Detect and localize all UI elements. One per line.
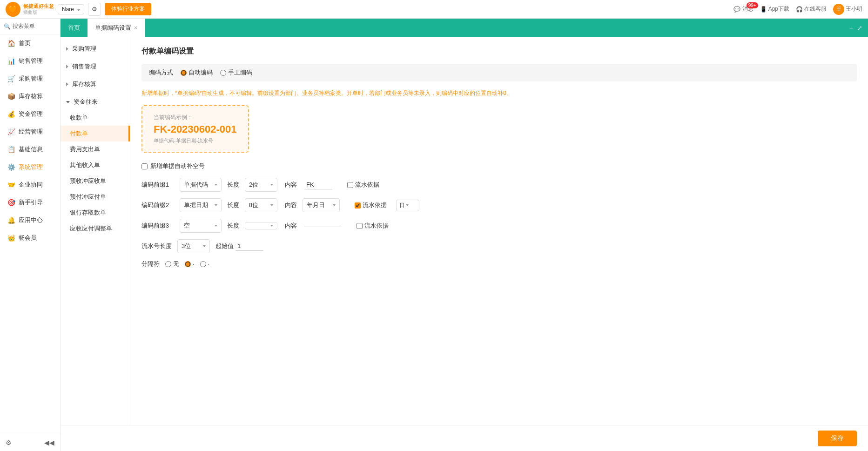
- sub-item-adjustment[interactable]: 应收应付调整单: [61, 221, 130, 236]
- auto-encoding-radio[interactable]: [181, 70, 187, 76]
- prefix2-content-icon: [333, 204, 336, 206]
- user-menu[interactable]: 王 王小明: [833, 4, 862, 15]
- inner-area: 采购管理 销售管理 库存核算: [61, 37, 868, 425]
- sidebar-item-purchase[interactable]: 🛒 采购管理: [0, 70, 60, 88]
- hint-text: 新增单据时，*单据编码*自动生成，不可编辑。前缀设置为部门、业务员等档案类。开单…: [141, 89, 857, 98]
- prefix1-length-select[interactable]: 2位: [245, 178, 277, 192]
- sub-group-funds-title[interactable]: 资金往来: [61, 94, 130, 110]
- prefix2-serial-checkbox[interactable]: [355, 202, 361, 209]
- sep-dot-radio[interactable]: [185, 261, 191, 267]
- sep-none-option[interactable]: 无: [165, 260, 179, 268]
- preview-box: 当前编码示例： FK-20230602-001 单据代码-单据日期-流水号: [141, 105, 249, 153]
- sidebar-item-guide[interactable]: 🎯 新手引导: [0, 194, 60, 211]
- save-button[interactable]: 保存: [818, 431, 857, 446]
- logo-text: 畅捷通好生意 插曲版: [23, 3, 54, 15]
- sidebar-item-inventory[interactable]: 📦 库存核算: [0, 88, 60, 105]
- minimize-icon[interactable]: −: [849, 24, 853, 32]
- sidebar-item-business[interactable]: 📈 经营管理: [0, 123, 60, 141]
- sidebar-item-basic-info[interactable]: 📋 基础信息: [0, 141, 60, 158]
- search-menu-button[interactable]: 🔍 搜索菜单: [0, 19, 60, 34]
- auto-fill-checkbox[interactable]: [141, 163, 148, 169]
- auto-encoding-option[interactable]: 自动编码: [181, 68, 213, 77]
- sidebar-item-system[interactable]: ⚙️ 系统管理: [0, 158, 60, 176]
- sub-group-purchase-title[interactable]: 采购管理: [61, 41, 130, 57]
- app-center-icon: 🔔: [7, 216, 15, 224]
- prefix2-day-select[interactable]: 日: [396, 200, 419, 211]
- sidebar-item-vip[interactable]: 👑 畅会员: [0, 229, 60, 247]
- prefix1-serial-checkbox-row: 流水依据: [347, 181, 379, 189]
- prefix1-serial-checkbox[interactable]: [347, 182, 353, 188]
- prefix3-dropdown-icon: [215, 225, 217, 227]
- sub-group-inventory-title[interactable]: 库存核算: [61, 76, 130, 92]
- prefix2-length-label: 长度: [227, 201, 239, 209]
- sidebar-item-app-center[interactable]: 🔔 应用中心: [0, 211, 60, 229]
- serial-length-icon: [203, 245, 206, 247]
- sub-group-inventory: 库存核算: [61, 76, 130, 92]
- tab-home[interactable]: 首页: [61, 19, 87, 37]
- sep-dot2-radio[interactable]: [200, 261, 206, 267]
- message-icon: 💬: [733, 6, 740, 13]
- main-layout: 🔍 搜索菜单 🏠 首页 📊 销售管理 🛒 采购管理 📦 库存核算 💰 资金管理 …: [0, 19, 868, 451]
- sales-icon: 📊: [7, 57, 15, 65]
- sidebar-item-home[interactable]: 🏠 首页: [0, 34, 60, 52]
- maximize-icon[interactable]: ⤢: [857, 24, 862, 32]
- preview-desc: 单据代码-单据日期-流水号: [154, 137, 237, 144]
- prefix2-length-select[interactable]: 8位: [245, 198, 277, 212]
- prefix2-content-select[interactable]: 年月日: [303, 198, 340, 212]
- sidebar-gear-icon[interactable]: ⚙: [6, 439, 12, 446]
- settings-icon[interactable]: ⚙: [88, 3, 101, 16]
- sidebar-item-cooperation[interactable]: 🤝 企业协同: [0, 176, 60, 194]
- avatar: 王: [833, 4, 844, 15]
- sub-group-sales: 销售管理: [61, 59, 130, 74]
- sub-item-expense[interactable]: 费用支出单: [61, 141, 130, 157]
- company-dropdown[interactable]: Nare: [58, 4, 84, 14]
- logo-icon: 🧡: [6, 2, 20, 17]
- app-logo: 🧡 畅捷通好生意 插曲版: [6, 2, 54, 17]
- prefix1-length-icon: [270, 184, 273, 186]
- sep-none-radio[interactable]: [165, 261, 171, 267]
- serial-start-input[interactable]: [236, 242, 263, 251]
- message-badge: 99+: [747, 2, 758, 8]
- sep-dot-option[interactable]: ·: [185, 261, 195, 268]
- sub-item-payment[interactable]: 付款单: [61, 126, 130, 141]
- trial-button[interactable]: 体验行业方案: [105, 3, 151, 15]
- sidebar-item-sales[interactable]: 📊 销售管理: [0, 52, 60, 70]
- manual-encoding-radio[interactable]: [220, 70, 226, 76]
- sub-item-advance-offset[interactable]: 预付冲应付单: [61, 189, 130, 205]
- prefix1-content-label: 内容: [285, 181, 297, 189]
- serial-length-select[interactable]: 3位: [177, 239, 210, 253]
- guide-icon: 🎯: [7, 199, 15, 206]
- prefix1-label: 编码前缀1: [141, 181, 174, 189]
- prefix2-select[interactable]: 单据日期: [180, 198, 222, 212]
- tab-close-icon[interactable]: ×: [134, 25, 137, 31]
- tab-encoding-settings[interactable]: 单据编码设置 ×: [87, 19, 145, 37]
- sub-group-sales-title[interactable]: 销售管理: [61, 59, 130, 74]
- sidebar-collapse-icon[interactable]: ◀◀: [44, 439, 54, 446]
- prefix3-row: 编码前缀3 空 长度 内容 流水依据: [141, 219, 857, 233]
- prefix1-select[interactable]: 单据代码: [180, 178, 222, 192]
- sub-item-prepay-offset[interactable]: 预收冲应收单: [61, 173, 130, 189]
- prefix1-dropdown-icon: [215, 184, 217, 186]
- app-download-button[interactable]: 📱 App下载: [760, 5, 789, 13]
- sub-item-receipt[interactable]: 收款单: [61, 110, 130, 126]
- message-button[interactable]: 💬 消息 99+: [733, 5, 754, 13]
- prefix3-select[interactable]: 空: [180, 219, 222, 233]
- finance-icon: 💰: [7, 110, 15, 118]
- manual-encoding-option[interactable]: 手工编码: [220, 68, 252, 77]
- prefix2-dropdown-icon: [215, 204, 217, 206]
- prefix1-length-label: 长度: [227, 181, 239, 189]
- prefix2-label: 编码前缀2: [141, 201, 174, 209]
- sub-item-other-income[interactable]: 其他收入单: [61, 157, 130, 173]
- prefix3-content-label: 内容: [285, 222, 297, 230]
- prefix3-serial-checkbox[interactable]: [357, 223, 363, 229]
- top-bar-left: 🧡 畅捷通好生意 插曲版 Nare ⚙ 体验行业方案: [6, 2, 151, 17]
- prefix2-serial-checkbox-row: 流水依据: [355, 201, 387, 209]
- prefix1-content-value: FK: [304, 180, 332, 189]
- bottom-bar: 保存: [61, 425, 868, 451]
- sub-item-bank-deposit[interactable]: 银行存取款单: [61, 205, 130, 221]
- online-service-button[interactable]: 🎧 在线客服: [796, 5, 827, 13]
- prefix3-length-select[interactable]: [245, 222, 277, 229]
- tab-bar: 首页 单据编码设置 × − ⤢: [61, 19, 868, 37]
- sep-dot2-option[interactable]: ·: [200, 261, 210, 268]
- sidebar-item-finance[interactable]: 💰 资金管理: [0, 105, 60, 123]
